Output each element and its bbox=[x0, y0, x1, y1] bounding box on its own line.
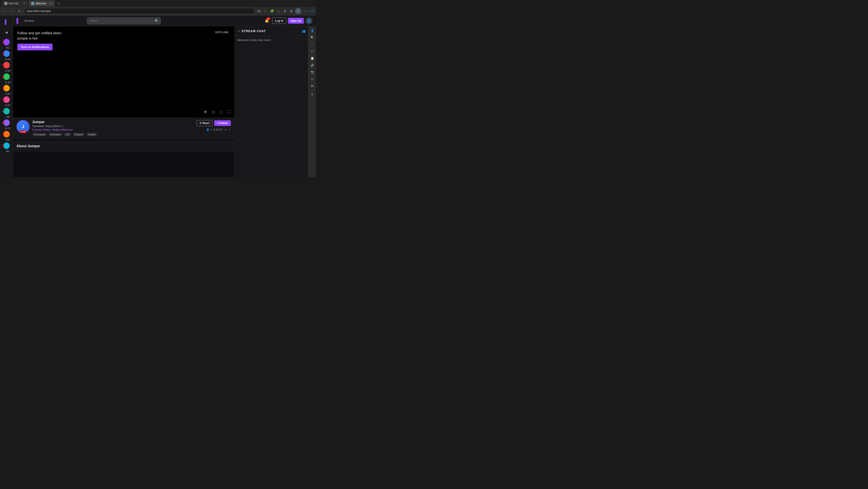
refresh-button[interactable]: ↻ bbox=[17, 8, 23, 14]
extensions-icon[interactable]: 🧩 bbox=[269, 8, 275, 14]
heart-icon: ♥ bbox=[217, 122, 219, 125]
chat-expand-icon[interactable]: ⊣ bbox=[237, 29, 240, 33]
channel-count-3: 13.6K bbox=[2, 70, 11, 72]
stream-info-bar: J LIVE Jumpar Чилваме след работа :) Cou… bbox=[13, 117, 235, 139]
stream-game[interactable]: Counter-Strike: Global Offensive bbox=[32, 128, 194, 132]
twitch-logo[interactable]: ▌ bbox=[17, 18, 20, 24]
sidebar-games-icon[interactable]: 🎮 bbox=[309, 83, 315, 89]
fullscreen-icon[interactable]: ⛶ bbox=[226, 109, 232, 115]
settings-icon[interactable]: ⚙ bbox=[202, 109, 208, 115]
tab-close-1[interactable]: ✕ bbox=[23, 2, 25, 5]
sidebar-channel-1[interactable] bbox=[2, 38, 11, 46]
live-dot-9 bbox=[2, 133, 4, 135]
turn-on-notifications-button[interactable]: Turn on Notifications bbox=[18, 44, 53, 50]
about-section: About Jumpar bbox=[13, 141, 235, 151]
sidebar-icon[interactable]: ⊞ bbox=[289, 8, 294, 14]
chat-title: STREAM CHAT bbox=[242, 29, 266, 33]
share-icon[interactable]: ↗ bbox=[224, 128, 226, 132]
stream-tags: Български България chili Bulgaria Englis… bbox=[32, 133, 194, 136]
theater-icon[interactable]: ⬚ bbox=[218, 109, 224, 115]
channel-count-4: 12.1K bbox=[2, 81, 11, 84]
live-badge: LIVE bbox=[20, 131, 26, 133]
sidebar-channel-7[interactable] bbox=[2, 107, 11, 115]
tag-3[interactable]: chili bbox=[64, 133, 71, 136]
react-icon: ↺ bbox=[199, 122, 202, 125]
channel-count-2: 33.4K bbox=[2, 58, 11, 61]
channel-avatar-8 bbox=[3, 119, 10, 126]
video-offline-overlay: Follow and get notified when jumpar is l… bbox=[13, 26, 235, 117]
tab-favicon-2: 🌐 bbox=[31, 2, 34, 5]
stream-title: Чилваме след работа :) bbox=[32, 124, 194, 128]
nav-links: Browse bbox=[24, 18, 34, 23]
forward-button[interactable]: → bbox=[9, 8, 15, 14]
sidebar-separator bbox=[310, 90, 314, 90]
sidebar-discover-icon[interactable]: ⊙ bbox=[309, 76, 315, 82]
sidebar-channel-9[interactable] bbox=[2, 130, 11, 138]
follow-button[interactable]: ♥ Follow bbox=[214, 120, 231, 126]
live-dot-6 bbox=[2, 99, 4, 100]
pip-icon[interactable]: ▢ bbox=[210, 109, 216, 115]
tab-close-2[interactable]: ✕ bbox=[50, 2, 52, 5]
tag-5[interactable]: English bbox=[86, 133, 97, 136]
sidebar-share-icon[interactable]: 🔗 bbox=[309, 62, 315, 68]
new-tab-button[interactable]: + bbox=[56, 0, 62, 6]
search-bar[interactable]: 🔍 bbox=[87, 18, 161, 24]
chat-header: ⊣ STREAM CHAT 👥 bbox=[235, 26, 308, 36]
channel-count-5: 5.2K bbox=[2, 93, 11, 95]
sidebar-add-icon[interactable]: + bbox=[309, 91, 315, 98]
react-button[interactable]: ↺ React bbox=[196, 120, 212, 126]
browser-tab-2[interactable]: 🌐 Welcome ✕ bbox=[29, 0, 55, 6]
save-icon[interactable]: ★ bbox=[282, 8, 288, 14]
sidebar-channel-5[interactable] bbox=[2, 84, 11, 92]
user-menu-button[interactable]: 👤 bbox=[306, 18, 312, 24]
search-input[interactable] bbox=[89, 19, 155, 22]
tab-view-icon[interactable]: ⬚ bbox=[276, 8, 281, 14]
browser-chrome: ✕ New tab ✕ 🌐 Welcome ✕ + ← → ↻ www.twit… bbox=[0, 0, 316, 16]
login-button[interactable]: Log In bbox=[272, 18, 286, 24]
more-options-icon[interactable]: ⋯ bbox=[302, 8, 308, 14]
channel-count-10: 992 bbox=[2, 150, 11, 153]
bookmark-icon[interactable]: ☆ bbox=[262, 8, 268, 14]
profile-avatar[interactable]: 👤 bbox=[295, 8, 301, 14]
search-icon: 🔍 bbox=[155, 19, 158, 23]
video-player: Follow and get notified when jumpar is l… bbox=[13, 26, 235, 117]
font-icon[interactable]: Aa bbox=[256, 8, 262, 14]
sidebar-collections-icon[interactable]: 🏷 bbox=[309, 48, 315, 55]
left-sidebar: ▌ ◀ 452 33.4K 13.6K 12.1K bbox=[0, 16, 13, 177]
address-bar[interactable]: www.twitch.tv/jumpar bbox=[24, 8, 255, 14]
app-container: ▌ ◀ 452 33.4K 13.6K 12.1K bbox=[0, 16, 316, 177]
chat-sidebar: ⊣ STREAM CHAT 👥 Welcome to the chat room… bbox=[235, 26, 308, 177]
sidebar-screenshot-icon[interactable]: 📷 bbox=[309, 69, 315, 75]
sidebar-collapse-icon[interactable]: ◀ bbox=[2, 28, 11, 37]
more-options-icon[interactable]: ⋮ bbox=[228, 128, 231, 132]
sidebar-channel-6[interactable] bbox=[2, 95, 11, 104]
sidebar-channel-3[interactable] bbox=[2, 61, 11, 69]
tag-1[interactable]: Български bbox=[32, 133, 47, 136]
sidebar-channel-4[interactable] bbox=[2, 73, 11, 81]
chat-settings-icon[interactable]: 👥 bbox=[302, 29, 306, 33]
edge-icon[interactable]: ⟶ bbox=[309, 8, 314, 14]
content-area: Follow and get notified when jumpar is l… bbox=[13, 26, 316, 177]
notifications-button[interactable]: 🔔 97 bbox=[264, 18, 270, 24]
sidebar-history-icon[interactable]: 📋 bbox=[309, 55, 315, 61]
main-content: ▌ Browse 🔍 🔔 97 Log In Sign Up 👤 bbox=[13, 16, 316, 177]
tag-2[interactable]: България bbox=[49, 133, 62, 136]
stream-meta: 👤 1 0:10:12 ↗ ⋮ bbox=[206, 128, 231, 132]
signup-button[interactable]: Sign Up bbox=[288, 18, 304, 24]
browse-link[interactable]: Browse bbox=[24, 18, 34, 23]
browser-tabs: ✕ New tab ✕ 🌐 Welcome ✕ + bbox=[0, 0, 316, 7]
sidebar-favorites-icon[interactable]: ♡ bbox=[309, 41, 315, 48]
sidebar-channel-8[interactable] bbox=[2, 119, 11, 127]
about-title: About Jumpar bbox=[17, 144, 231, 148]
sidebar-channel-2[interactable] bbox=[2, 50, 11, 58]
channel-avatar-5 bbox=[3, 85, 10, 91]
browser-tab-1[interactable]: ✕ New tab ✕ bbox=[2, 0, 28, 6]
browser-right-sidebar: 👤 🔍 ♡ 🏷 📋 🔗 📷 ⊙ 🎮 + bbox=[308, 26, 316, 177]
sidebar-channel-10[interactable] bbox=[2, 142, 11, 150]
sidebar-profile-icon[interactable]: 👤 bbox=[309, 27, 315, 34]
tag-4[interactable]: Bulgaria bbox=[73, 133, 85, 136]
sidebar-home-icon[interactable]: ▌ bbox=[2, 17, 11, 27]
browser-toolbar: ← → ↻ www.twitch.tv/jumpar Aa ☆ 🧩 ⬚ ★ ⊞ … bbox=[0, 7, 316, 15]
back-button[interactable]: ← bbox=[2, 8, 8, 14]
sidebar-search-icon[interactable]: 🔍 bbox=[309, 34, 315, 40]
